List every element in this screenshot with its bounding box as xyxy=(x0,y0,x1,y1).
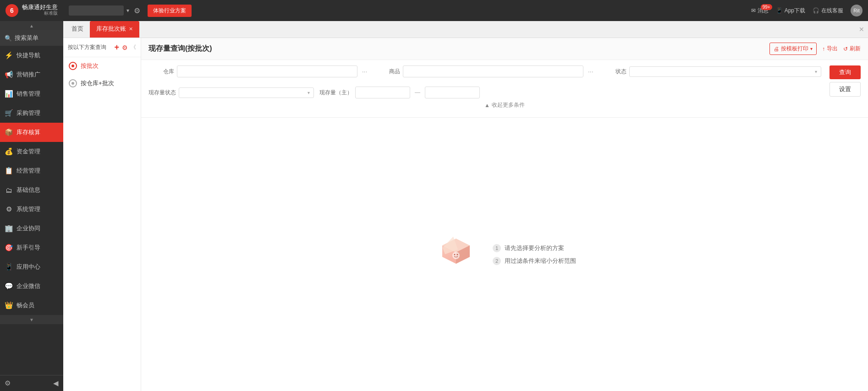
goods-label: 商品 xyxy=(374,68,400,76)
sidebar-item-finance[interactable]: 💰 资金管理 xyxy=(0,142,63,161)
tab-inventory-batch[interactable]: 库存批次账 ✕ xyxy=(90,21,139,38)
tab-home[interactable]: 首页 xyxy=(65,21,90,38)
app-download-icon: 📱 xyxy=(776,7,783,14)
sidebar-item-inventory[interactable]: 📦 库存核算 xyxy=(0,123,63,142)
purchase-icon: 🛒 xyxy=(5,109,13,117)
topbar-dropdown-icon[interactable]: ▾ xyxy=(126,7,129,14)
sidebar-label-operation: 经营管理 xyxy=(16,167,40,175)
tip-text-2: 用过滤条件来缩小分析范围 xyxy=(505,257,576,265)
collapse-btn[interactable]: ▲ 收起更多条件 xyxy=(148,98,861,112)
export-label: 导出 xyxy=(827,45,838,53)
warehouse-input[interactable] xyxy=(177,65,357,77)
topbar-gear-icon[interactable]: ⚙ xyxy=(134,6,140,15)
query-button[interactable]: 查询 xyxy=(830,65,861,79)
svg-point-7 xyxy=(454,254,456,255)
headset-icon: 🎧 xyxy=(813,7,819,14)
wechat-icon: 💬 xyxy=(5,282,13,290)
inventory-qty-from[interactable] xyxy=(355,87,410,98)
sidebar-label-shortcut: 快捷导航 xyxy=(16,51,40,60)
sidebar-item-wechat[interactable]: 💬 企业微信 xyxy=(0,277,63,296)
inventory-icon: 📦 xyxy=(5,128,13,136)
svg-point-1 xyxy=(71,82,74,85)
scheme-add-icon[interactable]: + xyxy=(114,43,119,52)
sidebar-collapse-icon[interactable]: ◀ xyxy=(53,379,59,387)
tab-inventory-batch-label: 库存批次账 xyxy=(96,25,126,33)
sidebar-item-system[interactable]: ⚙ 系统管理 xyxy=(0,200,63,219)
sidebar-item-purchase[interactable]: 🛒 采购管理 xyxy=(0,103,63,123)
sidebar-item-basic[interactable]: 🗂 基础信息 xyxy=(0,180,63,200)
page-header: 现存量查询(按批次) 🖨 按模板打印 ▾ ↑ 导出 ↺ xyxy=(141,38,868,60)
filter-inventory-status: 现存量状态 ▾ xyxy=(148,87,314,98)
main-layout: ▲ 🔍 搜索菜单 ⚡ 快捷导航 📢 营销推广 📊 销售管理 🛒 采购管理 📦 库… xyxy=(0,21,868,391)
sidebar-item-member[interactable]: 👑 畅会员 xyxy=(0,296,63,315)
goods-more-icon[interactable]: ··· xyxy=(586,66,595,77)
app-download-btn[interactable]: 📱 App下载 xyxy=(776,7,805,15)
main-content: 现存量查询(按批次) 🖨 按模板打印 ▾ ↑ 导出 ↺ xyxy=(141,38,868,391)
print-dropdown-icon[interactable]: ▾ xyxy=(810,46,813,51)
tip-num-1: 1 xyxy=(493,244,501,252)
search-icon: 🔍 xyxy=(5,35,12,42)
sidebar-scroll-up[interactable]: ▲ xyxy=(0,21,63,30)
warehouse-more-icon[interactable]: ··· xyxy=(360,66,369,77)
empty-tips: 1 请先选择要分析的方案 2 用过滤条件来缩小分析范围 xyxy=(493,244,576,265)
scheme-collapse-icon[interactable]: 《 xyxy=(131,43,136,51)
inventory-status-select[interactable]: ▾ xyxy=(179,87,314,98)
scheme-icon-batch xyxy=(69,62,77,70)
sidebar-label-guide: 新手引导 xyxy=(16,244,40,252)
print-btn[interactable]: 🖨 按模板打印 ▾ xyxy=(769,43,817,55)
collapse-label: 收起更多条件 xyxy=(492,101,525,109)
app-title: 畅康通好生意 xyxy=(22,4,58,11)
sidebar-search[interactable]: 🔍 搜索菜单 xyxy=(0,30,63,46)
sidebar-item-marketing[interactable]: 📢 营销推广 xyxy=(0,65,63,84)
action-buttons: 查询 设置 xyxy=(830,65,861,97)
settings-button[interactable]: 设置 xyxy=(830,82,861,97)
scheme-item-by-warehouse-batch[interactable]: 按仓库+批次 xyxy=(63,75,141,92)
scheme-label-warehouse-batch: 按仓库+批次 xyxy=(81,79,114,87)
refresh-btn[interactable]: ↺ 刷新 xyxy=(843,45,861,53)
topbar-search-input[interactable] xyxy=(69,5,124,16)
app-center-icon: 📱 xyxy=(5,263,13,271)
filter-row-2: 现存量状态 ▾ 现存量（主） xyxy=(148,87,821,98)
enterprise-icon: 🏢 xyxy=(5,224,13,233)
app-logo: 6 xyxy=(5,4,18,17)
inventory-status-arrow-icon: ▾ xyxy=(308,90,310,95)
sidebar-settings-icon[interactable]: ⚙ xyxy=(5,379,11,387)
scheme-item-by-batch[interactable]: 按批次 xyxy=(63,57,141,75)
sidebar-item-sales[interactable]: 📊 销售管理 xyxy=(0,84,63,103)
sidebar-scroll-down[interactable]: ▼ xyxy=(0,315,63,324)
sidebar-item-operation[interactable]: 📋 经营管理 xyxy=(0,161,63,180)
panel-close-btn[interactable]: ✕ xyxy=(859,26,864,33)
inventory-qty-to[interactable] xyxy=(425,87,480,98)
tip-text-1: 请先选择要分析的方案 xyxy=(505,244,564,252)
sidebar-label-finance: 资金管理 xyxy=(16,147,40,156)
topbar: 6 畅康通好生意 标准版 ▾ ⚙ 体验行业方案 ✉ 消息 99+ 📱 App下载… xyxy=(0,0,868,21)
sidebar-label-marketing: 营销推广 xyxy=(16,71,40,79)
sidebar-label-member: 畅会员 xyxy=(16,301,34,310)
export-btn[interactable]: ↑ 导出 xyxy=(822,45,838,53)
online-service-btn[interactable]: 🎧 在线客服 xyxy=(813,7,843,15)
svg-point-6 xyxy=(452,252,460,259)
guide-icon: 🎯 xyxy=(5,244,13,252)
scheme-label-batch: 按批次 xyxy=(81,62,99,70)
topbar-right: ✉ 消息 99+ 📱 App下载 🎧 在线客服 Rit xyxy=(751,5,863,16)
topbar-search-area: ▾ ⚙ xyxy=(69,5,140,16)
sidebar-item-shortcut[interactable]: ⚡ 快捷导航 xyxy=(0,46,63,65)
operation-icon: 📋 xyxy=(5,167,13,175)
sidebar-item-app-center[interactable]: 📱 应用中心 xyxy=(0,257,63,277)
goods-input[interactable] xyxy=(403,65,583,77)
sidebar-label-system: 系统管理 xyxy=(16,205,40,213)
message-btn[interactable]: ✉ 消息 99+ xyxy=(751,7,769,15)
scheme-panel: 按以下方案查询 + ⚙ 《 按批次 xyxy=(63,38,141,391)
sidebar-item-enterprise[interactable]: 🏢 企业协同 xyxy=(0,219,63,238)
scheme-settings-icon[interactable]: ⚙ xyxy=(122,44,128,51)
warehouse-label: 仓库 xyxy=(148,68,174,76)
sidebar-item-guide[interactable]: 🎯 新手引导 xyxy=(0,238,63,257)
marketing-icon: 📢 xyxy=(5,71,13,79)
empty-tip-2: 2 用过滤条件来缩小分析范围 xyxy=(493,257,576,265)
trial-btn[interactable]: 体验行业方案 xyxy=(148,5,192,17)
user-profile-btn[interactable]: Rit xyxy=(851,5,863,16)
app-version: 标准版 xyxy=(44,11,58,16)
tab-close-btn[interactable]: ✕ xyxy=(129,26,133,32)
status-select[interactable]: ▾ xyxy=(629,66,821,77)
print-label: 按模板打印 xyxy=(781,45,808,53)
